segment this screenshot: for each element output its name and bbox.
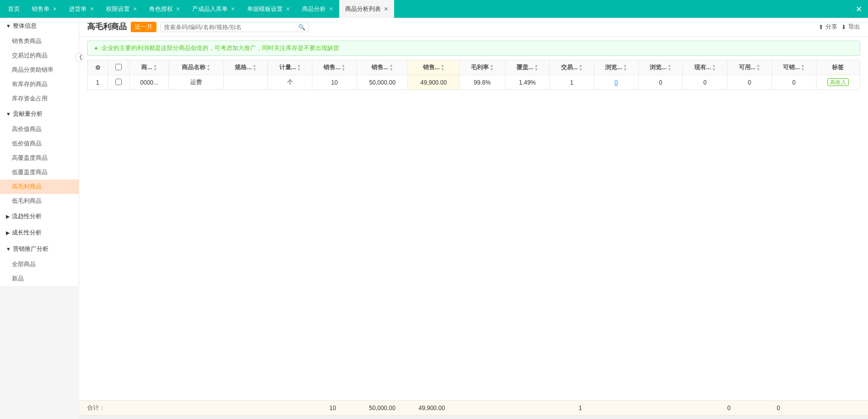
sort-arrows-icon: ▲▼: [623, 64, 627, 72]
horizontal-scrollbar[interactable]: [79, 415, 868, 419]
sort-arrows-icon: ▲▼: [579, 64, 583, 72]
nav-tab-template-settings[interactable]: 单据模板设置 ✕: [241, 0, 296, 18]
close-icon[interactable]: ✕: [176, 6, 180, 12]
cell-available-stock: 0: [727, 75, 772, 90]
sidebar-collapse-button[interactable]: 《: [75, 53, 84, 62]
col-sales-qty[interactable]: 销售... ▲▼: [312, 60, 357, 75]
data-table: ⚙ 商... ▲▼ 商品名称: [87, 60, 860, 90]
sidebar-item-high-margin[interactable]: 高毛利商品: [0, 180, 79, 194]
col-views2[interactable]: 浏览... ▲▼: [638, 60, 683, 75]
close-icon[interactable]: ✕: [286, 6, 290, 12]
sidebar-item-all-goods[interactable]: 全部商品: [0, 257, 79, 272]
sidebar-item-low-margin[interactable]: 低毛利商品: [0, 194, 79, 208]
col-code[interactable]: 商... ▲▼: [130, 60, 169, 75]
share-button[interactable]: ⬆ 分享: [818, 23, 837, 31]
col-sales-cost[interactable]: 销售... ▲▼: [408, 60, 460, 75]
cell-spec: [223, 75, 268, 90]
sidebar-item-stock-capital[interactable]: 库存资金占用: [0, 92, 79, 106]
sidebar-group-marketing[interactable]: ▼ 营销推广分析: [0, 241, 79, 257]
select-all-checkbox[interactable]: [115, 64, 122, 70]
nav-tab-roles[interactable]: 角色授权 ✕: [143, 0, 186, 18]
sort-arrows-icon: ▲▼: [297, 64, 301, 72]
sidebar-item-new-goods[interactable]: 新品: [0, 272, 79, 286]
cell-gross-margin: 99.8%: [460, 75, 506, 90]
sidebar-item-low-coverage[interactable]: 低覆盖度商品: [0, 165, 79, 180]
nav-tab-purchase[interactable]: 进货单 ✕: [63, 0, 100, 18]
col-checkbox[interactable]: [108, 60, 130, 75]
sidebar-item-high-value[interactable]: 高价值商品: [0, 122, 79, 137]
col-name[interactable]: 商品名称 ▲▼: [169, 60, 223, 75]
cell-views1[interactable]: 0: [594, 75, 639, 90]
row-checkbox[interactable]: [115, 79, 122, 85]
sidebar-group-contribution[interactable]: ▼ 贡献量分析: [0, 106, 79, 122]
sidebar-item-low-value[interactable]: 低价值商品: [0, 137, 79, 151]
expand-arrow-icon: ▼: [6, 111, 11, 117]
sidebar-item-in-stock-goods[interactable]: 有库存的商品: [0, 77, 79, 92]
cell-sales-amount: 50,000.00: [357, 75, 408, 90]
col-gross-margin[interactable]: 毛利率 ▲▼: [460, 60, 506, 75]
sort-arrows-icon: ▲▼: [153, 64, 157, 72]
period-button[interactable]: 近一月: [131, 22, 156, 32]
col-views1[interactable]: 浏览... ▲▼: [594, 60, 639, 75]
cell-sales-cost: 49,900.00: [408, 75, 460, 90]
sidebar-group-contribution-items: 高价值商品 低价值商品 高覆盖度商品 低覆盖度商品 高毛利商品 低毛利商品: [0, 122, 79, 208]
nav-tab-sales[interactable]: 销售单 ✕: [26, 0, 63, 18]
col-settings[interactable]: ⚙: [88, 60, 108, 75]
col-available-stock[interactable]: 可用... ▲▼: [727, 60, 772, 75]
close-icon[interactable]: ✕: [133, 6, 137, 12]
col-coverage[interactable]: 覆盖... ▲▼: [505, 60, 550, 75]
close-icon[interactable]: ✕: [231, 6, 235, 12]
nav-tab-product-analysis-list[interactable]: 商品分析列表 ✕: [339, 0, 394, 18]
sidebar-group-trend[interactable]: ▶ 流趋性分析: [0, 208, 79, 225]
sort-arrows-icon: ▲▼: [342, 64, 346, 72]
share-icon: ⬆: [818, 24, 823, 31]
close-icon[interactable]: ✕: [384, 6, 388, 12]
cell-index: 1: [88, 75, 108, 90]
footer-label: 合计：: [87, 404, 105, 412]
footer-sales-cost: 49,900.00: [412, 405, 452, 412]
col-trade[interactable]: 交易... ▲▼: [550, 60, 594, 75]
col-unit[interactable]: 计量... ▲▼: [268, 60, 312, 75]
cell-checkbox[interactable]: [108, 75, 130, 90]
col-current-stock[interactable]: 现有... ▲▼: [683, 60, 727, 75]
sidebar-item-high-coverage[interactable]: 高覆盖度商品: [0, 151, 79, 165]
sidebar-group-growth[interactable]: ▶ 成长性分析: [0, 225, 79, 241]
sidebar-group-overall-items: 销售类商品 交易过的商品 商品分类助销率 有库存的商品 库存资金占用: [0, 34, 79, 106]
expand-arrow-icon: ▼: [6, 246, 11, 252]
sidebar-group-overall[interactable]: ▼ 整体信息: [0, 18, 79, 34]
sort-arrows-icon: ▲▼: [801, 64, 805, 72]
nav-tab-product-analysis[interactable]: 商品分析 ✕: [296, 0, 339, 18]
sort-arrows-icon: ▲▼: [534, 64, 538, 72]
search-box: 🔍: [160, 22, 309, 32]
sidebar-item-category-sales-rate[interactable]: 商品分类助销率: [0, 63, 79, 77]
sort-arrows-icon: ▲▼: [757, 64, 761, 72]
close-all-button[interactable]: ✕: [852, 4, 866, 14]
nav-tab-home[interactable]: 首页: [2, 0, 26, 18]
info-icon: ✦: [94, 45, 99, 52]
info-banner: ✦ 企业的主要的利润都是这部分商品创造的，可考虑加大推广，同时关注库存是不要出现…: [87, 41, 860, 56]
export-button[interactable]: ⬇ 导出: [841, 23, 860, 31]
sidebar-item-traded-goods[interactable]: 交易过的商品: [0, 48, 79, 63]
close-icon[interactable]: ✕: [52, 6, 57, 12]
cell-current-stock: 0: [683, 75, 727, 90]
main-layout: ▼ 整体信息 销售类商品 交易过的商品 商品分类助销率 有库存的商品 库存资金占…: [0, 18, 868, 419]
col-spec[interactable]: 规格... ▲▼: [223, 60, 268, 75]
content-header: 高毛利商品 近一月 🔍 ⬆ 分享 ⬇ 导出: [79, 18, 868, 37]
search-input[interactable]: [164, 24, 298, 31]
cell-name: 运费: [169, 75, 223, 90]
cell-trade: 1: [550, 75, 594, 90]
search-icon[interactable]: 🔍: [298, 24, 306, 31]
col-sales-amount[interactable]: 销售... ▲▼: [357, 60, 408, 75]
nav-tab-permissions[interactable]: 权限设置 ✕: [100, 0, 143, 18]
sort-arrows-icon: ▲▼: [441, 64, 445, 72]
cell-tag: 高收入: [816, 75, 860, 90]
nav-tab-product-entry[interactable]: 产成品入库单 ✕: [186, 0, 241, 18]
close-icon[interactable]: ✕: [90, 6, 94, 12]
col-sellable[interactable]: 可销... ▲▼: [771, 60, 816, 75]
close-icon[interactable]: ✕: [329, 6, 333, 12]
page-title: 高毛利商品: [87, 22, 127, 32]
sidebar-item-sales-goods[interactable]: 销售类商品: [0, 34, 79, 48]
cell-sales-qty: 10: [312, 75, 357, 90]
cell-sellable: 0: [771, 75, 816, 90]
sort-arrows-icon: ▲▼: [253, 64, 256, 72]
